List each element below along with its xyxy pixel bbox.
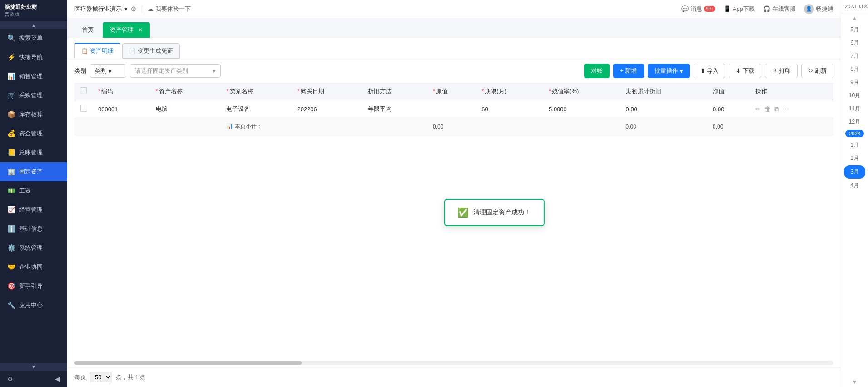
- settings-icon[interactable]: ⚙: [7, 375, 13, 382]
- th-purchase-date-label: 购买日期: [301, 88, 324, 94]
- import-btn[interactable]: ⬆ 导入: [694, 64, 726, 78]
- user-btn[interactable]: 👤 畅捷通: [804, 4, 833, 14]
- message-btn[interactable]: 💬 消息 99+: [681, 5, 715, 13]
- app-edition: 普及版: [5, 11, 37, 18]
- tab-close-icon[interactable]: ✕: [138, 27, 143, 33]
- sidebar-item-inventory[interactable]: 📦 库存核算: [0, 105, 67, 124]
- new-btn[interactable]: + 新增: [613, 64, 644, 78]
- print-label: 打印: [779, 67, 791, 74]
- category-type-label: 类别: [95, 67, 107, 75]
- download-btn[interactable]: ⬇ 下载: [729, 64, 761, 78]
- row-checkbox[interactable]: [80, 105, 87, 112]
- service-icon: 🎧: [763, 5, 770, 12]
- sidebar-item-basic-info[interactable]: ℹ️ 基础信息: [0, 219, 67, 238]
- sidebar-item-collaboration[interactable]: 🤝 企业协同: [0, 258, 67, 277]
- select-all-checkbox[interactable]: [80, 87, 87, 94]
- sidebar-item-search[interactable]: 🔍 搜索菜单: [0, 29, 67, 48]
- td-subtotal-actions-empty: [750, 118, 833, 135]
- payroll-icon: 💵: [7, 187, 15, 195]
- horizontal-scrollbar[interactable]: [74, 361, 833, 365]
- print-btn[interactable]: 🖨 打印: [765, 64, 798, 78]
- scrollbar-thumb[interactable]: [74, 361, 302, 365]
- sidebar-scroll-down[interactable]: ▼: [0, 363, 67, 370]
- sidebar-item-funds[interactable]: 💰 资金管理: [0, 124, 67, 143]
- timeline-month-4[interactable]: 4月: [841, 179, 868, 192]
- timeline-month-8[interactable]: 8月: [841, 63, 868, 76]
- sidebar-item-app-center[interactable]: 🔧 应用中心: [0, 296, 67, 315]
- timeline-close-icon[interactable]: ✕: [863, 3, 868, 10]
- sidebar-item-system[interactable]: ⚙️ 系统管理: [0, 238, 67, 258]
- sidebar-item-payroll[interactable]: 💵 工资: [0, 181, 67, 200]
- timeline-month-3-active[interactable]: 3月: [844, 165, 865, 179]
- sidebar-item-ledger[interactable]: 📒 总账管理: [0, 143, 67, 162]
- sidebar-item-label: 总账管理: [19, 149, 43, 157]
- sidebar-item-label: 快捷导航: [19, 53, 43, 61]
- edit-row-icon[interactable]: ✏: [755, 105, 761, 113]
- row-purchase-date: 202206: [297, 106, 317, 113]
- category-type-select[interactable]: 类别 ▾: [90, 64, 126, 78]
- account-btn[interactable]: 对账: [584, 64, 610, 78]
- category-value-placeholder: 请选择固定资产类别: [135, 67, 188, 75]
- timeline-year-label: 2023.03: [845, 4, 863, 9]
- row-dep-method: 年限平均: [368, 105, 392, 112]
- timeline-month-10[interactable]: 10月: [841, 89, 868, 102]
- subtotal-net-value: 0.00: [713, 124, 723, 130]
- sidebar-item-purchase[interactable]: 🛒 采购管理: [0, 86, 67, 105]
- timeline-month-9[interactable]: 9月: [841, 76, 868, 89]
- td-subtotal-empty4: [543, 118, 620, 135]
- timeline-month-2[interactable]: 2月: [841, 152, 868, 165]
- collapse-sidebar-icon[interactable]: ◀: [55, 375, 60, 382]
- app-download-btn[interactable]: 📱 App下载: [724, 5, 755, 13]
- timeline-month-6[interactable]: 6月: [841, 36, 868, 50]
- sidebar-item-operations[interactable]: 📈 经营管理: [0, 200, 67, 219]
- copy-row-icon[interactable]: ⧉: [774, 105, 779, 113]
- sidebar-item-label: 固定资产: [19, 168, 43, 176]
- online-service-btn[interactable]: 🎧 在线客服: [763, 5, 796, 13]
- tab-asset-management[interactable]: 资产管理 ✕: [103, 22, 150, 38]
- funds-icon: 💰: [7, 129, 15, 138]
- system-icon: ⚙️: [7, 244, 15, 252]
- refresh-btn[interactable]: ↻ 刷新: [801, 64, 833, 78]
- row-residual-rate: 5.0000: [549, 106, 567, 113]
- more-row-icon[interactable]: ⋯: [783, 105, 789, 113]
- timeline-month-5[interactable]: 5月: [841, 23, 868, 36]
- sidebar-item-label: 新手引导: [19, 282, 43, 290]
- timeline-scroll-down[interactable]: ▼: [850, 377, 859, 387]
- category-value-select[interactable]: 请选择固定资产类别 ▾: [130, 64, 221, 78]
- th-orig-value-label: 原值: [436, 88, 448, 94]
- settings-gear-icon[interactable]: ⚙: [130, 5, 136, 13]
- sidebar-header: 畅捷通好业财 普及版: [0, 0, 67, 22]
- timeline-months: 5月 6月 7月 8月 9月 10月 11月 12月 2023 1月 2月 3月…: [841, 23, 868, 377]
- th-category: *类别名称: [221, 83, 292, 100]
- timeline-month-12[interactable]: 12月: [841, 115, 868, 129]
- inner-tab-asset-detail[interactable]: 📋 资产明细: [74, 43, 120, 59]
- inner-tab-generate-voucher[interactable]: 📄 变更生成凭证: [122, 43, 180, 59]
- timeline-month-7[interactable]: 7月: [841, 50, 868, 63]
- sidebar-item-guide[interactable]: 🎯 新手引导: [0, 277, 67, 296]
- sidebar-scroll-up[interactable]: ▲: [0, 22, 67, 29]
- timeline-month-1[interactable]: 1月: [841, 139, 868, 152]
- company-selector[interactable]: 医疗器械行业演示 ▾ ⚙: [74, 5, 136, 13]
- batch-chevron-icon: ▾: [680, 68, 683, 74]
- asset-detail-icon: 📋: [81, 48, 88, 54]
- timeline-scroll-up[interactable]: ▲: [850, 13, 859, 23]
- sidebar-item-sales[interactable]: 📊 销售管理: [0, 67, 67, 86]
- th-purchase-date: *购买日期: [292, 83, 362, 100]
- sidebar-item-quicknav[interactable]: ⚡ 快捷导航: [0, 48, 67, 67]
- row-category: 电子设备: [226, 105, 250, 112]
- toast-message: 清理固定资产成功！: [473, 208, 531, 217]
- inner-tab-asset-detail-label: 资产明细: [90, 47, 114, 55]
- delete-row-icon[interactable]: 🗑: [764, 105, 771, 113]
- timeline-month-11[interactable]: 11月: [841, 102, 868, 115]
- td-net-value: 0.00: [707, 100, 750, 118]
- experience-btn[interactable]: ☁ 我要体验一下: [148, 5, 191, 13]
- per-page-label: 每页: [74, 373, 86, 382]
- per-page-select[interactable]: 50: [90, 372, 112, 382]
- sidebar-item-label: 企业协同: [19, 263, 43, 271]
- sidebar-item-fixed-assets[interactable]: 🏢 固定资产: [0, 162, 67, 181]
- tab-home[interactable]: 首页: [74, 22, 101, 38]
- batch-btn[interactable]: 批量操作 ▾: [648, 64, 690, 78]
- inventory-icon: 📦: [7, 110, 15, 119]
- row-code: 000001: [98, 106, 118, 113]
- th-category-label: 类别名称: [230, 88, 253, 94]
